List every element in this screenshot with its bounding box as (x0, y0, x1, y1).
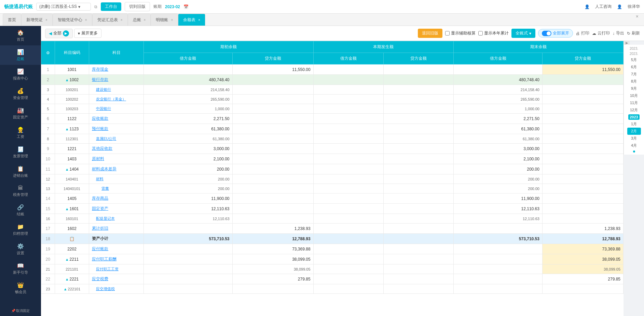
row-name[interactable]: 材料成本差异 (89, 164, 144, 174)
tab-voucher-summary[interactable]: 凭证汇总表 × (92, 14, 128, 26)
row-end-debit (454, 254, 543, 264)
month-5[interactable]: 5月 (627, 56, 641, 63)
aux-account-checkbox[interactable] (445, 31, 450, 35)
row-name[interactable]: 银行存款 (89, 75, 144, 85)
row-name[interactable]: 建设银行 (89, 85, 144, 95)
row-name[interactable]: 应交增值税 (89, 284, 144, 294)
row-start-debit (144, 284, 233, 294)
tab-voucher-summary-close[interactable]: × (121, 18, 123, 22)
sidebar-item-ledger[interactable]: 📊 总账 (0, 45, 41, 65)
tab-smart-voucher-close[interactable]: × (85, 18, 87, 22)
sidebar-item-guide[interactable]: 📖 新手引导 (0, 259, 41, 278)
expand-more-btn[interactable]: ▾ 展开更多 (74, 29, 101, 38)
month-1[interactable]: 1月 (627, 120, 641, 128)
format-button[interactable]: 全账式 ▾ (511, 29, 535, 38)
chevron-down-format-icon: ▾ (529, 31, 531, 36)
table-container[interactable]: ⚙ 科目编码 科目 期初余额 本期发生额 期末余额 借方金额 贷方金额 借方金额… (41, 41, 624, 316)
tab-detail-close[interactable]: × (171, 18, 173, 22)
row-start-debit: 2,100.00 (144, 154, 233, 164)
row-cur-debit (313, 75, 383, 85)
tab-ledger-close[interactable]: × (144, 18, 146, 22)
return-old-version-button[interactable]: 退回旧版 (418, 29, 442, 38)
username[interactable]: 徐泽华 (628, 4, 640, 10)
month-8[interactable]: 8月 (627, 78, 641, 85)
year-2023-current[interactable]: 2023 (628, 114, 639, 120)
row-name[interactable]: 库存现金 (89, 64, 144, 75)
tab-bar-close[interactable]: × (633, 14, 641, 26)
row-cur-credit (383, 254, 453, 264)
row-name[interactable]: 应付职工工资 (89, 264, 144, 274)
filter-right-icon: ▶ (63, 30, 69, 37)
month-7[interactable]: 7月 (627, 71, 641, 78)
row-end-debit: 480,748.40 (454, 75, 543, 85)
row-name[interactable]: 中国银行 (89, 104, 144, 114)
calendar-icon[interactable]: 📅 (183, 4, 189, 9)
month-3[interactable]: 3月 (627, 135, 641, 142)
sidebar-item-invoice[interactable]: 🧾 发票管理 (0, 143, 41, 162)
sidebar-item-home[interactable]: 🏠 首页 (0, 26, 41, 45)
tab-ledger[interactable]: 总账 × (128, 14, 151, 26)
row-name[interactable]: 配提显记本 (89, 214, 144, 224)
sidebar-item-close[interactable]: 🔗 结账 (0, 201, 41, 220)
row-name[interactable]: 雷薰 (89, 184, 144, 193)
row-name[interactable]: 应付账款 (89, 244, 144, 254)
row-name[interactable]: 应交税费 (89, 274, 144, 284)
row-name[interactable]: 固定资产 (89, 204, 144, 214)
sidebar-item-purchase[interactable]: 📋 进销台账 (0, 162, 41, 182)
row-code: 100202 (55, 95, 89, 104)
th-config[interactable]: ⚙ (41, 41, 55, 64)
row-name[interactable]: 累计折旧 (89, 224, 144, 234)
filter-label: 全部 (53, 30, 61, 36)
table-row: 8 112301 嘉属EU公司 61,380.00 61,380.00 (41, 134, 624, 144)
cloud-print-button[interactable]: ☁ 云打印 (592, 30, 610, 36)
month-6[interactable]: 6月 (627, 63, 641, 71)
tab-add-voucher[interactable]: 新增凭证 × (21, 14, 53, 26)
month-12[interactable]: 12月 (627, 106, 641, 114)
ytd-checkbox[interactable] (478, 31, 483, 35)
row-name[interactable]: 库存商品 (89, 193, 144, 204)
sidebar-pin-bottom[interactable]: 📌 取消固定 (0, 306, 41, 316)
month-4[interactable]: 4月 (627, 142, 641, 149)
month-9[interactable]: 9月 (627, 85, 641, 92)
row-name[interactable]: 应收账款 (89, 114, 144, 124)
export-button[interactable]: ↓ 导出 (613, 30, 624, 36)
collapse-panel-btn[interactable]: ▶ (624, 41, 630, 45)
company-selector[interactable]: (勿删) 江西股圣-LSS ▾ (36, 3, 91, 11)
month-2[interactable]: 2月 (627, 128, 641, 135)
aux-account-checkbox-group[interactable]: 显示辅助核算 (445, 30, 476, 36)
sidebar-item-reports[interactable]: 📈 报表中心 (0, 65, 41, 84)
row-name[interactable]: 预付账款 (89, 124, 144, 134)
row-name[interactable]: 其他应收款 (89, 144, 144, 154)
toolbar-right: 退回旧版 显示辅助核算 显示本年累计 全账式 ▾ 全部展开 (418, 29, 640, 38)
sidebar-item-assets[interactable]: 🏭 固定资产 (0, 104, 41, 123)
print-button[interactable]: 🖨 打印 (576, 30, 589, 36)
refresh-button[interactable]: ↻ 刷新 (627, 30, 640, 36)
ytd-checkbox-group[interactable]: 显示本年累计 (478, 30, 509, 36)
tab-balance-close[interactable]: × (198, 18, 200, 22)
sidebar-item-tax[interactable]: 🏛 税务管理 (0, 182, 41, 201)
all-filter-btn[interactable]: ◀ 全部 ▶ (45, 29, 73, 38)
copy-icon[interactable]: ⧉ (94, 4, 97, 9)
sidebar-item-salary[interactable]: 👷 工资 (0, 123, 41, 143)
row-name[interactable]: 应付职工薪酬 (89, 254, 144, 264)
expand-all-toggle[interactable]: 全部展开 (538, 29, 573, 38)
row-name[interactable]: 农业银行（美金） (89, 95, 144, 104)
sidebar-item-archive[interactable]: 📁 归档管理 (0, 220, 41, 240)
consult-label[interactable]: 人工咨询 (595, 4, 612, 10)
tab-home[interactable]: 首页 (3, 14, 21, 26)
sidebar-item-member[interactable]: 👑 畅会员 (0, 278, 41, 298)
row-name[interactable]: 嘉属EU公司 (89, 134, 144, 144)
sidebar-item-funds[interactable]: 💰 资金管理 (0, 84, 41, 104)
workbench-button[interactable]: 工作台 (101, 2, 121, 11)
tab-add-voucher-close[interactable]: × (45, 18, 47, 22)
month-10[interactable]: 10月 (627, 92, 641, 99)
tab-balance[interactable]: 余额表 × (178, 14, 205, 26)
th-period-end-group: 期末余额 (454, 41, 624, 53)
row-name[interactable]: 材料 (89, 174, 144, 184)
switch-button[interactable]: 切到旧版 (125, 2, 150, 11)
month-11[interactable]: 11月 (627, 99, 641, 106)
row-name[interactable]: 原材料 (89, 154, 144, 164)
tab-smart-voucher[interactable]: 智能凭证中心 × (53, 14, 92, 26)
sidebar-item-settings[interactable]: ⚙️ 设置 (0, 240, 41, 259)
tab-detail[interactable]: 明细账 × (151, 14, 178, 26)
